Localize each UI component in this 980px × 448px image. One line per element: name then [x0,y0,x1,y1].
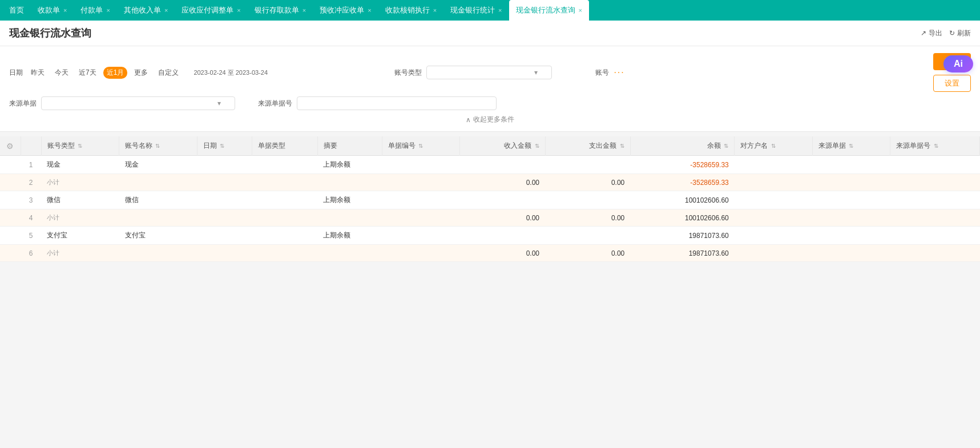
nav-bank-deposit-close[interactable]: × [303,0,306,21]
nav-cash-flow[interactable]: 现金银行流水查询 × [509,0,589,21]
nav-ar-ap-adjust-close[interactable]: × [237,0,240,21]
row-summary-4: 上期余额 [317,227,382,245]
refresh-icon: ↻ [949,29,955,37]
row-expense-2 [545,191,630,209]
account-type-label: 账号类型 [394,68,422,78]
row-income-2 [460,191,545,209]
row-source-doc-0 [812,156,890,174]
row-source-doc-num-2 [890,191,980,209]
account-type-chevron: ▾ [534,68,538,76]
row-summary-3 [317,209,382,227]
col-gear[interactable]: ⚙ [0,136,21,156]
row-balance-2: 100102606.60 [630,191,734,209]
table-row[interactable]: 6 小计 0.00 0.00 19871073.60 [0,245,980,262]
row-summary-1 [317,174,382,191]
col-balance[interactable]: 余额 ⇅ [630,136,734,156]
col-source-doc-num-sort: ⇅ [934,143,938,149]
col-expense-sort: ⇅ [620,143,624,149]
date-opt-7days[interactable]: 近7天 [75,67,100,79]
nav-writeoff-close[interactable]: × [433,0,437,21]
nav-receipt[interactable]: 收款单 × [31,0,74,21]
col-counterpart[interactable]: 对方户名 ⇅ [735,136,813,156]
date-range-display: 2023-02-24 至 2023-03-24 [191,68,283,77]
col-source-doc-num[interactable]: 来源单据号 ⇅ [890,136,980,156]
export-icon: ↗ [921,29,926,37]
row-summary-5 [317,245,382,262]
row-expense-5: 0.00 [545,245,630,262]
col-doc-type[interactable]: 单据类型 [252,136,317,156]
nav-receipt-label: 收款单 [38,0,60,21]
row-source-doc-num-0 [890,156,980,174]
col-expense[interactable]: 支出金额 ⇅ [545,136,630,156]
col-account-name[interactable]: 账号名称 ⇅ [119,136,197,156]
col-row-num [21,136,41,156]
table-row[interactable]: 5 支付宝 支付宝 上期余额 19871073.60 [0,227,980,245]
table-row[interactable]: 2 小计 0.00 0.00 -3528659.33 [0,174,980,191]
nav-ar-ap-adjust[interactable]: 应收应付调整单 × [175,0,247,21]
row-doc-type-5 [252,245,317,262]
row-num-4: 5 [21,227,41,245]
nav-home[interactable]: 首页 [2,0,31,21]
nav-prepayment-close[interactable]: × [368,0,371,21]
refresh-button[interactable]: ↻ 刷新 [949,29,971,38]
export-button[interactable]: ↗ 导出 [921,29,942,38]
row-balance-5: 19871073.60 [630,245,734,262]
col-account-type-label: 账号类型 [47,142,75,150]
filter-row-2: 来源单据 ▾ 来源单据号 [9,96,971,110]
nav-writeoff[interactable]: 收款核销执行 × [378,0,443,21]
nav-cash-stat-close[interactable]: × [498,0,502,21]
top-nav: 首页 收款单 × 付款单 × 其他收入单 × 应收应付调整单 × 银行存取款单 … [0,0,980,21]
gear-icon[interactable]: ⚙ [6,142,14,151]
col-source-doc-sort: ⇅ [849,143,853,149]
nav-cash-flow-close[interactable]: × [579,0,582,21]
nav-prepayment[interactable]: 预收冲应收单 × [313,0,378,21]
row-doc-number-3 [382,209,460,227]
account-ellipsis[interactable]: ··· [614,67,624,78]
nav-other-income[interactable]: 其他收入单 × [117,0,175,21]
row-income-4 [460,227,545,245]
row-date-2 [197,191,252,209]
nav-bank-deposit[interactable]: 银行存取款单 × [248,0,313,21]
source-doc-num-group: 来源单据号 [258,96,497,110]
nav-writeoff-label: 收款核销执行 [385,0,430,21]
row-expense-1: 0.00 [545,174,630,191]
col-income-label: 收入金额 [504,142,531,150]
source-doc-select[interactable]: ▾ [41,96,235,110]
row-date-1 [197,174,252,191]
account-type-select[interactable]: ▾ [426,66,552,79]
table-row[interactable]: 3 微信 微信 上期余额 100102606.60 [0,191,980,209]
account-type-group: 账号类型 ▾ [394,66,552,79]
row-source-doc-5 [812,245,890,262]
table-row[interactable]: 4 小计 0.00 0.00 100102606.60 [0,209,980,227]
collapse-bar[interactable]: ∧ 收起更多条件 [9,112,971,124]
date-opt-more[interactable]: 更多 [131,67,151,79]
row-counterpart-5 [735,245,813,262]
col-summary[interactable]: 摘要 [317,136,382,156]
col-doc-number[interactable]: 单据编号 ⇅ [382,136,460,156]
date-opt-yesterday[interactable]: 昨天 [27,67,48,79]
row-doc-number-2 [382,191,460,209]
date-opt-1month[interactable]: 近1月 [103,67,128,79]
account-label: 账号 [595,68,609,78]
col-income[interactable]: 收入金额 ⇅ [460,136,545,156]
row-counterpart-3 [735,209,813,227]
nav-payment[interactable]: 付款单 × [74,0,116,21]
nav-other-income-close[interactable]: × [164,0,168,21]
col-balance-label: 余额 [707,142,721,150]
row-account-type-1: 小计 [41,174,119,191]
row-num-1: 2 [21,174,41,191]
ai-badge[interactable]: Ai [943,55,973,72]
date-opt-custom[interactable]: 自定义 [155,67,182,79]
col-account-type[interactable]: 账号类型 ⇅ [41,136,119,156]
col-source-doc[interactable]: 来源单据 ⇅ [812,136,890,156]
date-opt-today[interactable]: 今天 [51,67,72,79]
nav-receipt-close[interactable]: × [63,0,67,21]
col-date[interactable]: 日期 ⇅ [197,136,252,156]
row-gear-0 [0,156,21,174]
nav-payment-close[interactable]: × [106,0,110,21]
source-doc-num-input[interactable] [297,96,497,110]
nav-other-income-label: 其他收入单 [124,0,161,21]
nav-cash-stat[interactable]: 现金银行统计 × [443,0,509,21]
table-row[interactable]: 1 现金 现金 上期余额 -3528659.33 [0,156,980,174]
settings-button[interactable]: 设置 [933,75,971,92]
